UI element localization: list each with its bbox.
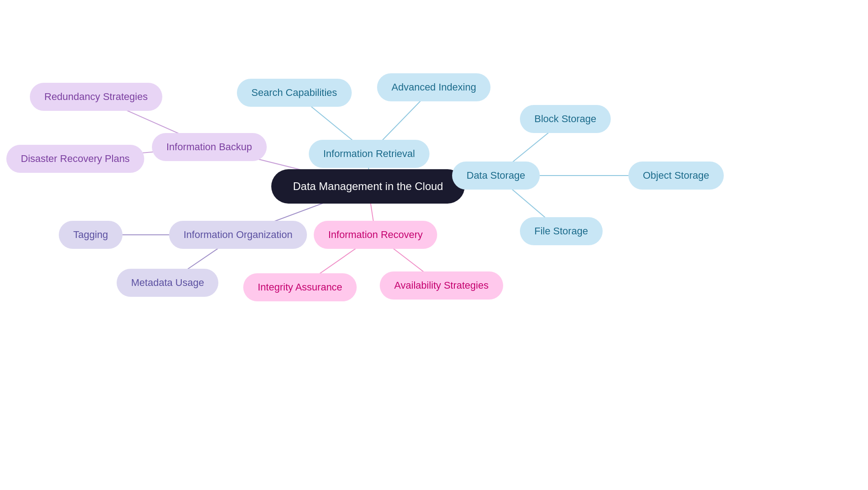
file-storage-node[interactable]: File Storage [520, 217, 603, 245]
data-storage-node[interactable]: Data Storage [452, 162, 540, 190]
information-recovery-node[interactable]: Information Recovery [314, 221, 437, 249]
metadata-usage-node[interactable]: Metadata Usage [117, 269, 218, 297]
advanced-indexing-node[interactable]: Advanced Indexing [377, 73, 491, 101]
block-storage-node[interactable]: Block Storage [520, 105, 611, 133]
availability-strategies-node[interactable]: Availability Strategies [380, 271, 503, 300]
search-capabilities-node[interactable]: Search Capabilities [237, 79, 352, 107]
object-storage-node[interactable]: Object Storage [628, 162, 724, 190]
information-retrieval-node[interactable]: Information Retrieval [309, 140, 429, 168]
integrity-assurance-node[interactable]: Integrity Assurance [243, 273, 357, 301]
disaster-recovery-node[interactable]: Disaster Recovery Plans [6, 145, 144, 173]
redundancy-strategies-node[interactable]: Redundancy Strategies [30, 83, 162, 111]
information-organization-node[interactable]: Information Organization [169, 221, 307, 249]
center-node[interactable]: Data Management in the Cloud [271, 169, 465, 204]
tagging-node[interactable]: Tagging [59, 221, 123, 249]
information-backup-node[interactable]: Information Backup [152, 133, 267, 161]
